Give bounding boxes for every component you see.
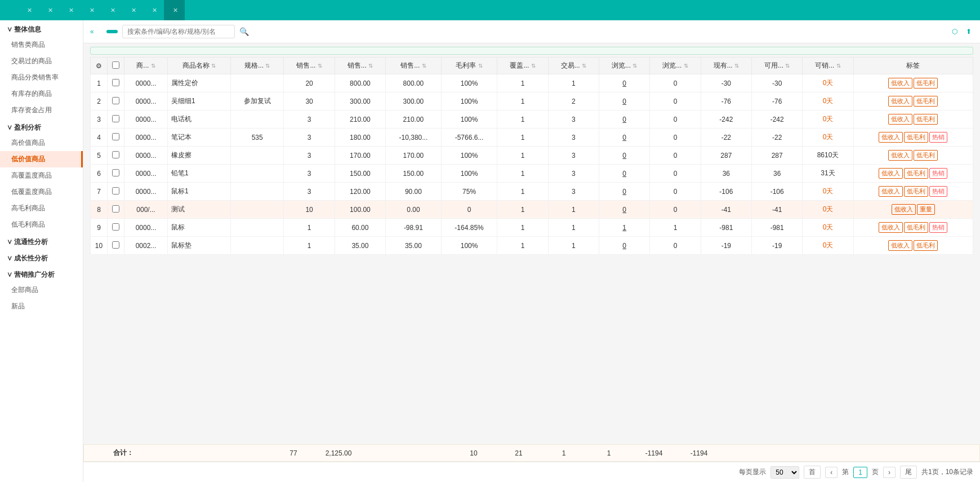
sidebar-item-all-goods[interactable]: 全部商品 [0,282,83,298]
row-checkbox[interactable] [112,223,119,231]
first-page-btn[interactable]: 首 [804,466,821,479]
table-header-row: ⚙ 商... ⇅ 商品名称 ⇅ 规格... ⇅ 销售... ⇅ 销售... ⇅ … [91,58,973,74]
tag-low-income: 低收入 [879,132,903,143]
nav-close-sales[interactable]: ✕ [27,7,32,14]
cell-spec [230,165,283,183]
col-browse2[interactable]: 浏览... ⇅ [650,58,701,74]
share-button[interactable]: ⬡ [952,28,959,36]
sidebar-item-traded-goods[interactable]: 交易过的商品 [0,53,83,69]
sidebar-group-circulation[interactable]: ∨ 流通性分析 [0,233,83,249]
sidebar-item-low-margin[interactable]: 低毛利商品 [0,216,83,233]
browse1-link[interactable]: 0 [622,134,626,141]
time-filter-button[interactable] [106,30,118,33]
cell-checkbox[interactable] [108,237,124,255]
sidebar-item-stocked-goods[interactable]: 有库存的商品 [0,86,83,102]
nav-product-analysis[interactable]: ✕ [143,0,164,20]
browse1-link[interactable]: 1 [622,224,626,232]
row-checkbox[interactable] [112,205,119,213]
cell-tags: 低收入低毛利热销 [853,129,973,147]
nav-product-instock[interactable]: ✕ [101,0,122,20]
cell-checkbox[interactable] [108,129,124,147]
cell-checkbox[interactable] [108,147,124,165]
browse1-link[interactable]: 0 [622,116,626,123]
last-page-btn[interactable]: 尾 [900,466,917,479]
cell-code: 0000... [124,183,168,201]
cell-checkbox[interactable] [108,219,124,237]
nav-role-auth[interactable]: ✕ [81,0,101,20]
row-checkbox[interactable] [112,169,119,176]
col-gross-rate[interactable]: 毛利率 ⇅ [441,58,497,74]
nav-home[interactable] [5,0,18,20]
nav-close-product[interactable]: ✕ [110,7,115,14]
nav-purchase-order[interactable]: ✕ [39,0,60,20]
col-name[interactable]: 商品名称 ⇅ [167,58,230,74]
col-spec[interactable]: 规格... ⇅ [230,58,283,74]
sidebar-item-low-coverage[interactable]: 低覆盖度商品 [0,184,83,200]
nav-close-analysis-list[interactable]: ✕ [173,7,178,14]
table-container[interactable]: ⚙ 商... ⇅ 商品名称 ⇅ 规格... ⇅ 销售... ⇅ 销售... ⇅ … [83,57,980,444]
nav-close-purchase[interactable]: ✕ [48,7,53,14]
row-checkbox[interactable] [112,151,119,158]
nav-close-permission[interactable]: ✕ [69,7,74,14]
select-all-checkbox[interactable] [112,61,119,69]
cell-checkbox[interactable] [108,110,124,129]
cell-trade: 1 [548,74,599,92]
search-icon[interactable]: 🔍 [239,27,249,36]
sidebar-item-sales-goods[interactable]: 销售类商品 [0,37,83,53]
cell-browse1: 1 [599,219,650,237]
sidebar-item-category-rate[interactable]: 商品分类销售率 [0,69,83,86]
browse1-link[interactable]: 0 [622,152,626,160]
sidebar-item-high-margin[interactable]: 高毛利商品 [0,200,83,216]
nav-sales-order[interactable]: ✕ [18,0,39,20]
col-avail[interactable]: 可用... ⇅ [752,58,803,74]
sidebar-item-high-value[interactable]: 高价值商品 [0,135,83,151]
next-page-btn[interactable]: › [883,467,896,478]
col-stock[interactable]: 现有... ⇅ [701,58,751,74]
row-checkbox[interactable] [112,79,119,86]
sidebar-item-high-coverage[interactable]: 高覆盖度商品 [0,167,83,184]
browse1-link[interactable]: 0 [622,98,626,105]
row-checkbox[interactable] [112,97,119,104]
cell-checkbox[interactable] [108,183,124,201]
cell-checkbox[interactable] [108,201,124,219]
per-page-select[interactable]: 50 100 200 [770,466,799,479]
row-checkbox[interactable] [112,187,119,194]
cell-checkbox[interactable] [108,165,124,183]
cell-sales1: 3 [284,165,335,183]
nav-close-analysis[interactable]: ✕ [152,7,157,14]
nav-product-analysis-list[interactable]: ✕ [164,0,185,20]
sidebar-item-stock-fund[interactable]: 库存资金占用 [0,102,83,118]
sidebar-item-new-goods[interactable]: 新品 [0,298,83,315]
col-code[interactable]: 商... ⇅ [124,58,168,74]
browse1-link[interactable]: 0 [622,170,626,178]
cell-browse1: 0 [599,129,650,147]
row-checkbox[interactable] [112,241,119,249]
sidebar-group-growth[interactable]: ∨ 成长性分析 [0,249,83,266]
browse1-link[interactable]: 0 [622,188,626,196]
browse1-link[interactable]: 0 [622,242,626,250]
col-settings[interactable]: ⚙ [91,58,108,74]
row-checkbox[interactable] [112,115,119,122]
nav-close-role[interactable]: ✕ [90,7,95,14]
col-sales3[interactable]: 销售... ⇅ [386,58,442,74]
export-button[interactable]: ⬆ [966,28,973,36]
col-trade[interactable]: 交易... ⇅ [548,58,599,74]
search-input[interactable] [122,25,235,38]
cell-sales2: 35.00 [335,237,385,255]
col-sales1[interactable]: 销售... ⇅ [284,58,335,74]
nav-permission[interactable]: ✕ [60,0,81,20]
cell-checkbox[interactable] [108,92,124,110]
col-coverage[interactable]: 覆盖... ⇅ [497,58,548,74]
nav-template[interactable]: ✕ [122,0,143,20]
nav-close-template[interactable]: ✕ [131,7,136,14]
cell-checkbox[interactable] [108,74,124,92]
col-sales2[interactable]: 销售... ⇅ [335,58,385,74]
col-browse1[interactable]: 浏览... ⇅ [599,58,650,74]
browse1-link[interactable]: 0 [622,206,626,214]
row-checkbox[interactable] [112,133,119,140]
sidebar-item-low-value[interactable]: 低价值商品 [0,151,83,167]
col-salable[interactable]: 可销... ⇅ [803,58,853,74]
browse1-link[interactable]: 0 [622,79,626,87]
sidebar-toggle-btn[interactable]: « [90,28,94,36]
prev-page-btn[interactable]: ‹ [825,467,838,478]
